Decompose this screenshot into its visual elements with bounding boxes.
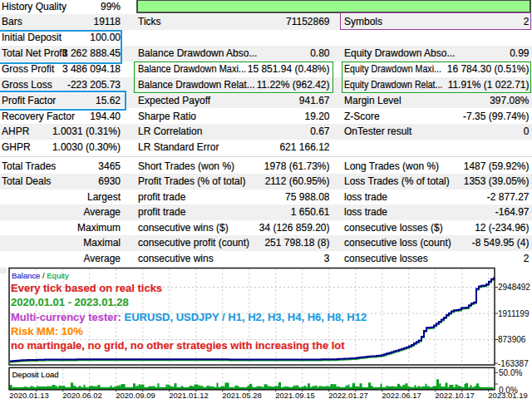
svg-text:-163387: -163387 <box>498 359 529 368</box>
svg-text:2023.01.19: 2023.01.19 <box>488 391 528 399</box>
svg-text:2020.01.13: 2020.01.13 <box>9 391 49 399</box>
svg-text:2020.06.02: 2020.06.02 <box>62 391 102 399</box>
svg-text:2022.10.17: 2022.10.17 <box>435 391 475 399</box>
svg-text:2020.09.09: 2020.09.09 <box>116 391 155 399</box>
svg-text:50.0%: 50.0% <box>499 368 522 377</box>
svg-text:2021.09.15: 2021.09.15 <box>275 391 315 399</box>
svg-text:2022.06.17: 2022.06.17 <box>382 391 421 399</box>
svg-text:1911199: 1911199 <box>498 309 530 318</box>
svg-text:2022.01.27: 2022.01.27 <box>328 391 368 399</box>
svg-text:2948492: 2948492 <box>498 283 530 292</box>
svg-text:2021.01.12: 2021.01.12 <box>169 391 209 399</box>
svg-text:873906: 873906 <box>498 335 526 344</box>
svg-text:2021.05.28: 2021.05.28 <box>222 391 262 399</box>
